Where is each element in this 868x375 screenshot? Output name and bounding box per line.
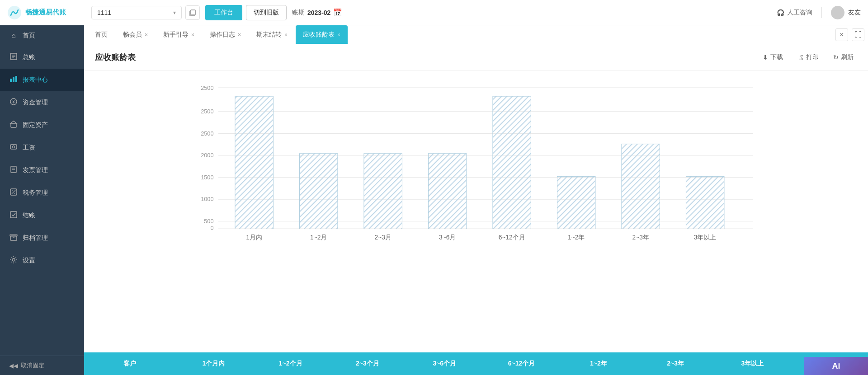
- sidebar-item-reports[interactable]: 报表中心: [0, 69, 84, 91]
- sidebar-item-funds[interactable]: ¥ 资金管理: [0, 91, 84, 114]
- svg-rect-43: [428, 154, 466, 229]
- ai-assistant-badge[interactable]: Ai: [804, 357, 868, 375]
- header-right: 🎧 人工咨询 友友: [777, 6, 861, 19]
- main-layout: ⌂ 首页 总账 报表中心 ¥ 资金管理 固定资产: [0, 25, 868, 375]
- sidebar-item-invoice[interactable]: 发票管理: [0, 159, 84, 182]
- tab-aging-label: 应收账龄表: [303, 31, 335, 39]
- ledger-icon: [9, 52, 18, 62]
- print-icon: 🖨: [797, 54, 804, 61]
- svg-text:1~2月: 1~2月: [310, 234, 327, 241]
- sidebar: ⌂ 首页 总账 报表中心 ¥ 资金管理 固定资产: [0, 25, 84, 375]
- svg-rect-19: [10, 211, 17, 218]
- tab-aging[interactable]: 应收账龄表 ×: [296, 25, 348, 44]
- sidebar-item-assets[interactable]: 固定资产: [0, 114, 84, 136]
- home-icon: ⌂: [9, 32, 18, 40]
- svg-rect-40: [235, 96, 273, 229]
- svg-text:2500: 2500: [201, 108, 213, 115]
- salary-icon: [9, 143, 18, 153]
- svg-text:2~3月: 2~3月: [375, 234, 392, 241]
- pin-icon: ◀◀: [9, 362, 18, 369]
- refresh-icon: ↻: [833, 54, 839, 61]
- svg-point-23: [12, 258, 15, 261]
- table-header: 客户 1个月内 1~2个月 2~3个月 3~6个月 6~12个月 1~2年 2~…: [84, 352, 868, 375]
- calendar-icon[interactable]: 📅: [333, 8, 342, 17]
- th-6-12m: 6~12个月: [483, 360, 560, 368]
- svg-rect-46: [622, 144, 660, 229]
- checkout-icon: [9, 211, 18, 220]
- svg-rect-7: [10, 79, 12, 82]
- sidebar-item-salary[interactable]: 工资: [0, 136, 84, 159]
- svg-text:500: 500: [204, 218, 213, 225]
- logo-area: 畅捷通易代账: [7, 5, 91, 20]
- svg-rect-9: [15, 76, 17, 82]
- sidebar-item-archive[interactable]: 归档管理: [0, 227, 84, 249]
- svg-text:0: 0: [210, 225, 213, 231]
- content-area: 首页 畅会员 × 新手引导 × 操作日志 × 期末结转 × 应收账龄表 ×: [84, 25, 868, 375]
- divider: [821, 7, 822, 18]
- svg-text:2~3年: 2~3年: [632, 234, 649, 241]
- tab-period-end[interactable]: 期末结转 ×: [249, 25, 295, 44]
- svg-text:¥: ¥: [12, 99, 15, 104]
- tab-vip-close[interactable]: ×: [145, 32, 148, 38]
- print-button[interactable]: 🖨 打印: [794, 52, 822, 63]
- refresh-label: 刷新: [841, 53, 854, 61]
- switch-version-button[interactable]: 切到旧版: [246, 5, 287, 20]
- th-1-2m: 1~2个月: [252, 360, 329, 368]
- sidebar-item-ledger[interactable]: 总账: [0, 46, 84, 69]
- page-header: 应收账龄表 ⬇ 下载 🖨 打印 ↻ 刷新: [84, 44, 868, 71]
- tab-period-end-close[interactable]: ×: [284, 32, 288, 38]
- download-button[interactable]: ⬇ 下载: [759, 52, 787, 63]
- sidebar-item-settings[interactable]: 设置: [0, 249, 84, 272]
- close-tab-button[interactable]: ×: [835, 28, 848, 41]
- refresh-button[interactable]: ↻ 刷新: [830, 52, 857, 63]
- tab-oplog-label: 操作日志: [210, 31, 235, 39]
- unpin-button[interactable]: ◀◀ 取消固定: [0, 356, 84, 375]
- svg-text:6~12个月: 6~12个月: [499, 234, 525, 241]
- funds-icon: ¥: [9, 98, 18, 108]
- th-2-3m: 2~3个月: [329, 360, 406, 368]
- copy-button[interactable]: [185, 5, 200, 20]
- invoice-icon: [9, 165, 18, 175]
- tab-period-end-label: 期末结转: [256, 31, 282, 39]
- assets-icon: [9, 120, 18, 130]
- svg-rect-2: [191, 10, 195, 15]
- top-header: 畅捷通易代账 1111 ▾ 工作台 切到旧版 账期 2023-02 📅 🎧 人工…: [0, 0, 868, 25]
- chevron-down-icon: ▾: [173, 9, 176, 16]
- tab-vip[interactable]: 畅会员 ×: [116, 25, 155, 44]
- avatar: [831, 6, 844, 19]
- th-3-6m: 3~6个月: [406, 360, 483, 368]
- tax-icon: [9, 188, 18, 198]
- th-customer: 客户: [84, 360, 175, 368]
- svg-text:1~2年: 1~2年: [568, 234, 585, 241]
- company-name: 1111: [97, 9, 170, 16]
- th-1m: 1个月内: [175, 360, 252, 368]
- user-area[interactable]: 友友: [831, 6, 861, 19]
- th-1-2y: 1~2年: [560, 360, 637, 368]
- tab-oplog-close[interactable]: ×: [238, 32, 241, 38]
- logo-text: 畅捷通易代账: [25, 8, 66, 17]
- sidebar-item-checkout[interactable]: 结账: [0, 204, 84, 227]
- workbench-button[interactable]: 工作台: [205, 5, 242, 20]
- svg-rect-21: [10, 234, 17, 236]
- tab-aging-close[interactable]: ×: [337, 32, 340, 38]
- sidebar-item-home[interactable]: ⌂ 首页: [0, 25, 84, 46]
- tab-guide-close[interactable]: ×: [191, 32, 194, 38]
- tab-guide[interactable]: 新手引导 ×: [156, 25, 202, 44]
- svg-rect-12: [11, 123, 16, 127]
- consult-button[interactable]: 🎧 人工咨询: [777, 9, 812, 17]
- page-content: 应收账龄表 ⬇ 下载 🖨 打印 ↻ 刷新: [84, 44, 868, 375]
- tab-home[interactable]: 首页: [88, 25, 115, 44]
- company-selector[interactable]: 1111 ▾: [91, 6, 182, 19]
- svg-text:1月内: 1月内: [246, 234, 262, 241]
- svg-text:1000: 1000: [201, 196, 213, 202]
- svg-point-14: [13, 146, 15, 148]
- copy-icon: [189, 9, 196, 16]
- tab-oplog[interactable]: 操作日志 ×: [203, 25, 248, 44]
- tabs-actions: × ⛶: [835, 28, 864, 41]
- th-2-3y: 2~3年: [637, 360, 714, 368]
- tab-home-label: 首页: [95, 31, 108, 39]
- svg-rect-41: [299, 154, 337, 229]
- maximize-tab-button[interactable]: ⛶: [852, 28, 864, 41]
- sidebar-item-tax[interactable]: 税务管理: [0, 182, 84, 204]
- username: 友友: [848, 9, 861, 17]
